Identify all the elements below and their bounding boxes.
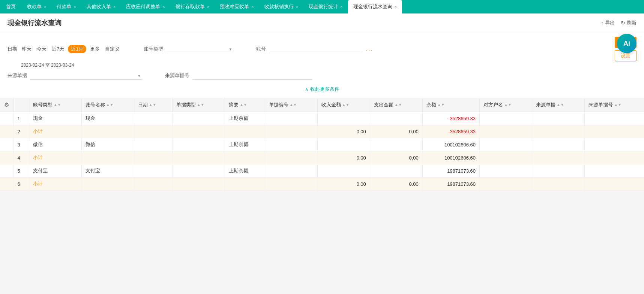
nav-tab-3[interactable]: 应收应付调整单 ×	[121, 0, 170, 13]
export-button[interactable]: ↑ 导出	[601, 19, 615, 26]
shortcut-yesterday[interactable]: 昨天	[20, 45, 33, 53]
source-doc-label: 来源单据	[8, 72, 27, 79]
close-tab-5-icon[interactable]: ×	[251, 4, 254, 9]
th-source-doc[interactable]: 来源单据 ▲▼	[532, 98, 585, 112]
th-balance[interactable]: 余额 ▲▼	[422, 98, 479, 112]
shortcut-7days[interactable]: 近7天	[50, 45, 66, 53]
cell-counterparty	[480, 125, 532, 138]
cell-account-type: 小计	[29, 178, 81, 191]
refresh-button[interactable]: ↻ 刷新	[621, 19, 636, 26]
close-tab-1-icon[interactable]: ×	[74, 4, 76, 9]
nav-tab-0[interactable]: 收款单 ×	[22, 0, 51, 13]
th-counterparty[interactable]: 对方户名 ▲▼	[480, 98, 532, 112]
shortcut-custom[interactable]: 自定义	[104, 45, 121, 53]
nav-tab-2[interactable]: 其他收入单 ×	[81, 0, 121, 13]
cell-account-name: 支付宝	[81, 164, 134, 178]
cell-date	[134, 112, 172, 125]
collapse-bar[interactable]: ∧ 收起更多条件	[8, 84, 636, 93]
cell-income: 0.00	[317, 125, 370, 138]
th-doc-type[interactable]: 单据类型 ▲▼	[172, 98, 225, 112]
nav-tab-4[interactable]: 银行存取款单 ×	[170, 0, 215, 13]
shortcut-today[interactable]: 今天	[35, 45, 48, 53]
cell-account-name: 微信	[81, 138, 134, 151]
expense-sort-icon: ▲▼	[395, 103, 402, 107]
doc-type-sort-icon: ▲▼	[197, 103, 204, 107]
account-type-label: 账号类型	[144, 46, 163, 52]
cell-expense	[370, 138, 422, 151]
th-account-type[interactable]: 账号类型 ▲▼	[29, 98, 81, 112]
cell-summary	[225, 178, 265, 191]
th-source-doc-no[interactable]: 来源单据号 ▲▼	[585, 98, 644, 112]
row-gear-cell	[0, 164, 14, 178]
date-label: 日期	[8, 46, 17, 52]
cell-summary: 上期余额	[225, 164, 265, 178]
close-tab-6-icon[interactable]: ×	[296, 4, 298, 9]
close-tab-7-icon[interactable]: ×	[340, 4, 342, 9]
cell-source-doc	[532, 164, 585, 178]
close-tab-8-icon[interactable]: ×	[395, 4, 397, 9]
nav-home[interactable]: 首页	[0, 0, 22, 13]
table-row[interactable]: 6小计0.000.0019871073.60	[0, 178, 644, 191]
account-type-select[interactable]: 现金 微信 支付宝	[166, 45, 234, 53]
cell-balance: -3528659.33	[422, 112, 479, 125]
th-gear: ⚙	[0, 98, 14, 112]
source-doc-no-label: 来源单据号	[165, 72, 189, 79]
account-name-sort-icon: ▲▼	[106, 103, 114, 107]
cell-doc-no	[265, 125, 317, 138]
close-tab-0-icon[interactable]: ×	[44, 4, 46, 9]
column-settings-icon[interactable]: ⚙	[4, 101, 9, 108]
cell-date	[134, 164, 172, 178]
cell-account-type: 现金	[29, 112, 81, 125]
cell-counterparty	[480, 151, 532, 164]
th-summary[interactable]: 摘要 ▲▼	[225, 98, 265, 112]
th-account-name[interactable]: 账号名称 ▲▼	[81, 98, 134, 112]
close-tab-3-icon[interactable]: ×	[162, 4, 165, 9]
th-date[interactable]: 日期 ▲▼	[134, 98, 172, 112]
th-expense[interactable]: 支出金额 ▲▼	[370, 98, 422, 112]
source-doc-select[interactable]	[30, 72, 143, 80]
page-title: 现金银行流水查询	[8, 18, 62, 27]
refresh-icon: ↻	[621, 20, 625, 26]
table-row[interactable]: 3微信微信上期余额100102606.60	[0, 138, 644, 151]
nav-tab-6[interactable]: 收款核销执行 ×	[259, 0, 303, 13]
cell-doc-no	[265, 178, 317, 191]
source-doc-no-input[interactable]	[192, 72, 312, 80]
account-input[interactable]	[269, 45, 363, 53]
income-sort-icon: ▲▼	[342, 103, 350, 107]
table-row[interactable]: 2小计0.000.00-3528659.33	[0, 125, 644, 138]
cell-source-doc-no	[585, 178, 644, 191]
table-row[interactable]: 1现金现金上期余额-3528659.33	[0, 112, 644, 125]
nav-tab-5[interactable]: 预收冲应收单 ×	[215, 0, 259, 13]
row-number: 6	[14, 178, 29, 191]
nav-tab-7[interactable]: 现金银行统计 ×	[303, 0, 348, 13]
date-shortcuts: 昨天 今天 近7天 近1月 更多 自定义	[20, 45, 121, 53]
cell-counterparty	[480, 164, 532, 178]
th-income[interactable]: 收入金额 ▲▼	[317, 98, 370, 112]
cell-doc-no	[265, 164, 317, 178]
cell-account-type: 小计	[29, 125, 81, 138]
cell-account-type: 小计	[29, 151, 81, 164]
cell-doc-no	[265, 138, 317, 151]
table-row[interactable]: 4小计0.000.00100102606.60	[0, 151, 644, 164]
shortcut-more[interactable]: 更多	[89, 45, 101, 53]
cell-source-doc-no	[585, 138, 644, 151]
row-gear-cell	[0, 151, 14, 164]
nav-tab-8[interactable]: 现金银行流水查询 ×	[348, 0, 402, 13]
cell-source-doc-no	[585, 125, 644, 138]
shortcut-1month[interactable]: 近1月	[68, 45, 86, 53]
account-ellipsis-button[interactable]: ...	[366, 46, 373, 52]
cell-summary	[225, 125, 265, 138]
cell-balance: 100102606.60	[422, 138, 479, 151]
nav-tab-1[interactable]: 付款单 ×	[51, 0, 81, 13]
cell-account-name	[81, 178, 134, 191]
table-row[interactable]: 5支付宝支付宝上期余额19871073.60	[0, 164, 644, 178]
balance-sort-icon: ▲▼	[437, 103, 445, 107]
ai-button[interactable]: Ai	[617, 34, 636, 53]
close-tab-4-icon[interactable]: ×	[207, 4, 209, 9]
filter-row-2: 来源单据 ▼ 来源单据号	[8, 72, 636, 80]
cell-account-name	[81, 125, 134, 138]
account-filter-group: 账号 ...	[256, 45, 373, 53]
close-tab-2-icon[interactable]: ×	[113, 4, 116, 9]
th-doc-no[interactable]: 单据编号 ▲▼	[265, 98, 317, 112]
table-header-row: ⚙ 账号类型 ▲▼ 账号名称 ▲▼ 日期	[0, 98, 644, 112]
